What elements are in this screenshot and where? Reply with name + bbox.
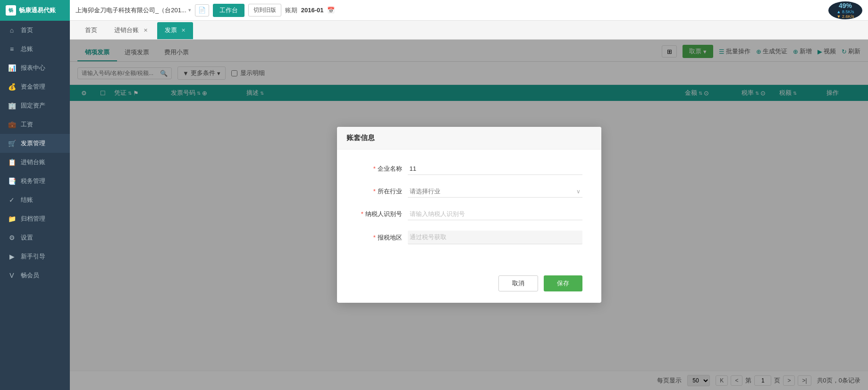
archive-icon: 📁 bbox=[8, 215, 16, 223]
sidebar-item-invoice[interactable]: 🛒 发票管理 bbox=[0, 134, 70, 153]
sidebar-item-finance[interactable]: 💰 资金管理 bbox=[0, 77, 70, 96]
industry-input[interactable] bbox=[410, 188, 576, 195]
assets-icon: 🏢 bbox=[8, 102, 16, 109]
sidebar-item-tax[interactable]: 📑 税务管理 bbox=[0, 172, 70, 191]
finance-icon: 💰 bbox=[8, 83, 16, 91]
nav-tabs: 首页 进销台账 ✕ 发票 ✕ bbox=[70, 21, 868, 40]
speed-percent: 49% bbox=[839, 2, 852, 9]
invoice-icon: 🛒 bbox=[8, 140, 16, 147]
tab-invoice-close-icon[interactable]: ✕ bbox=[181, 27, 185, 33]
modal-overlay: 账套信息 * 企业名称 * 所在行业 bbox=[70, 40, 868, 390]
company-selector[interactable]: 上海卯金刀电子科技有限公司_（台201... ▾ bbox=[76, 6, 191, 15]
sidebar-item-label: 固定资产 bbox=[21, 101, 45, 110]
industry-row: * 所在行业 ∨ bbox=[356, 185, 582, 198]
sidebar-item-label: 结账 bbox=[21, 196, 33, 204]
content-area: 销项发票 进项发票 费用小票 ⊞ 取票 ▾ ☰ 批量操作 bbox=[70, 40, 868, 390]
industry-select[interactable]: ∨ bbox=[408, 185, 582, 198]
speed-up: ▲ 8.5K/s bbox=[837, 9, 854, 14]
sidebar-item-ledger[interactable]: ≡ 总账 bbox=[0, 40, 70, 58]
tax-region-label: * 报税地区 bbox=[356, 233, 408, 242]
company-chevron-icon: ▾ bbox=[188, 7, 191, 13]
home-icon: ⌂ bbox=[8, 26, 16, 34]
tax-id-input[interactable] bbox=[408, 208, 582, 220]
doc-icon-button[interactable]: 📄 bbox=[195, 4, 209, 17]
tax-region-row: * 报税地区 通过税号获取 bbox=[356, 231, 582, 244]
workbench-button[interactable]: 工作台 bbox=[213, 4, 244, 17]
company-name-row: * 企业名称 bbox=[356, 163, 582, 175]
chevron-down-icon: ∨ bbox=[576, 188, 581, 195]
speed-down: ▼ 2.6K/s bbox=[837, 14, 854, 19]
guide-icon: ▶ bbox=[8, 253, 16, 260]
sidebar-item-sales[interactable]: 📋 进销台账 bbox=[0, 153, 70, 172]
sidebar-item-archive[interactable]: 📁 归档管理 bbox=[0, 209, 70, 228]
topbar-right: 49% ▲ 8.5K/s ▼ 2.6K/s bbox=[828, 1, 862, 19]
company-name: 上海卯金刀电子科技有限公司_（台201... bbox=[76, 6, 186, 15]
sidebar-item-home[interactable]: ⌂ 首页 bbox=[0, 21, 70, 40]
sidebar-item-close[interactable]: ✓ 结账 bbox=[0, 191, 70, 209]
sidebar-item-label: 设置 bbox=[21, 233, 33, 242]
sidebar-item-member[interactable]: V 畅会员 bbox=[0, 266, 70, 285]
period-label: 账期 bbox=[285, 6, 297, 15]
ledger-icon: ≡ bbox=[8, 45, 16, 53]
sidebar-item-label: 资金管理 bbox=[21, 83, 45, 91]
tax-id-label: * 纳税人识别号 bbox=[356, 210, 408, 218]
sidebar-item-label: 新手引导 bbox=[21, 252, 45, 261]
dialog-footer: 取消 保存 bbox=[337, 268, 601, 303]
dialog-body: * 企业名称 * 所在行业 ∨ bbox=[337, 149, 601, 268]
dialog-title: 账套信息 bbox=[337, 127, 601, 149]
member-icon: V bbox=[8, 272, 16, 279]
main-area: 上海卯金刀电子科技有限公司_（台201... ▾ 📄 工作台 切到旧版 账期 2… bbox=[70, 0, 868, 390]
period-value: 2016-01 bbox=[301, 7, 324, 14]
old-version-button[interactable]: 切到旧版 bbox=[248, 4, 281, 17]
reports-icon: 📊 bbox=[8, 64, 16, 72]
save-button[interactable]: 保存 bbox=[544, 275, 582, 291]
payroll-icon: 💼 bbox=[8, 121, 16, 128]
tab-invoice[interactable]: 发票 ✕ bbox=[157, 22, 194, 39]
app-title: 畅康通易代账 bbox=[19, 6, 56, 15]
sidebar-item-label: 进销台账 bbox=[21, 158, 45, 166]
sales-icon: 📋 bbox=[8, 158, 16, 166]
sidebar-item-label: 发票管理 bbox=[21, 139, 45, 148]
sidebar-item-label: 首页 bbox=[21, 26, 33, 34]
sidebar-item-assets[interactable]: 🏢 固定资产 bbox=[0, 96, 70, 115]
settings-icon: ⚙ bbox=[8, 234, 16, 241]
sidebar-item-guide[interactable]: ▶ 新手引导 bbox=[0, 247, 70, 266]
sidebar-item-settings[interactable]: ⚙ 设置 bbox=[0, 228, 70, 247]
app-logo: 畅 畅康通易代账 bbox=[0, 0, 70, 21]
close-icon: ✓ bbox=[8, 196, 16, 204]
tab-sales[interactable]: 进销台账 ✕ bbox=[107, 22, 155, 39]
account-info-dialog: 账套信息 * 企业名称 * 所在行业 bbox=[337, 127, 601, 303]
cancel-button[interactable]: 取消 bbox=[498, 275, 538, 291]
sidebar-item-label: 报表中心 bbox=[21, 64, 45, 72]
sidebar: 畅 畅康通易代账 ⌂ 首页 ≡ 总账 📊 报表中心 💰 资金管理 🏢 固定资产 … bbox=[0, 0, 70, 390]
sidebar-item-label: 工资 bbox=[21, 120, 33, 129]
logo-icon: 畅 bbox=[6, 5, 16, 16]
tab-home[interactable]: 首页 bbox=[77, 22, 105, 39]
sidebar-item-payroll[interactable]: 💼 工资 bbox=[0, 115, 70, 134]
sidebar-item-label: 税务管理 bbox=[21, 177, 45, 185]
sidebar-item-label: 归档管理 bbox=[21, 215, 45, 223]
tax-region-display: 通过税号获取 bbox=[408, 231, 582, 244]
sidebar-item-reports[interactable]: 📊 报表中心 bbox=[0, 58, 70, 77]
sidebar-item-label: 总账 bbox=[21, 45, 33, 53]
company-name-input[interactable] bbox=[408, 163, 582, 175]
industry-label: * 所在行业 bbox=[356, 187, 408, 196]
speed-badge: 49% ▲ 8.5K/s ▼ 2.6K/s bbox=[828, 1, 862, 19]
company-name-label: * 企业名称 bbox=[356, 165, 408, 173]
tax-id-row: * 纳税人识别号 bbox=[356, 208, 582, 220]
calendar-icon[interactable]: 📅 bbox=[327, 7, 335, 14]
sidebar-item-label: 畅会员 bbox=[21, 271, 39, 280]
tab-sales-close-icon[interactable]: ✕ bbox=[143, 27, 148, 33]
topbar: 上海卯金刀电子科技有限公司_（台201... ▾ 📄 工作台 切到旧版 账期 2… bbox=[70, 0, 868, 21]
tax-icon: 📑 bbox=[8, 177, 16, 185]
